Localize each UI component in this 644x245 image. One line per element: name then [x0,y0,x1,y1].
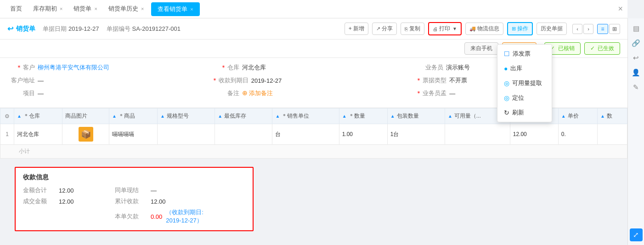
th-min-stock: ▲最低库存 [215,108,272,124]
refresh-icon: ↻ [504,109,509,116]
customer-value[interactable]: 柳州粤港平安气体有限公司 [38,63,109,72]
operation-button[interactable]: ⊞ 操作 [507,22,533,35]
window-close-button[interactable]: × [618,4,623,14]
tab-sales-order[interactable]: 销货单 × [68,0,102,18]
dropdown-locate[interactable]: ◎ 定位 [497,91,552,105]
subtotal-label: 小计 [0,145,627,159]
th-spec: ▲规格型号 [158,108,215,124]
warehouse-value: 河北仓库 [242,63,266,72]
dropdown-outbound[interactable]: ● 出库 [497,61,552,76]
close-tab-sales-order[interactable]: × [94,6,97,11]
tab-view-sales[interactable]: 查看销货单 × [151,2,199,16]
new-button[interactable]: + 新增 [345,23,368,35]
cumulative-receipt-row: 累计收款 12.00 [115,197,207,205]
row-image: 📦 [62,124,109,145]
address-value: — [38,77,44,84]
same-order-row: 同单现结 — [115,186,207,194]
summary-area: 收款信息 金额合计 12.00 同单现结 — 成交金额 12.00 累计收款 1… [0,159,627,239]
row-num: 1 [0,124,14,145]
view-toggle: ≡ ⊞ [597,24,620,34]
row-qty: 1.00 [339,124,387,145]
copy-button[interactable]: ⎘ 复制 [401,23,424,35]
nav-arrows: ‹ › [572,24,593,34]
summary-title: 收款信息 [23,173,245,182]
th-unit: ▲＊销售单位 [272,108,339,124]
sidebar-icon-user[interactable]: 👤 [630,66,643,79]
doc-actions: + 新增 ↗ 分享 ⎘ 复制 🖨 打印 ▼ 🚚 物流信息 ⊞ 操作 [345,22,620,35]
doc-date-meta: 单据日期 2019-12-27 [43,25,99,33]
history-button[interactable]: 历史单据 [537,23,567,35]
th-warehouse: ▲＊仓库 [14,108,62,124]
th-product: ▲＊商品 [109,108,158,124]
sidebar-icon-return[interactable]: ↩ [630,51,643,64]
locate-icon: ◎ [504,94,509,102]
customer-field: ＊客户 柳州粤港平安气体有限公司 [7,63,212,72]
close-tab-sales-history[interactable]: × [141,6,144,11]
add-note-button[interactable]: ⊕ 添加备注 [242,89,273,97]
share-button[interactable]: ↗ 分享 [372,23,397,35]
close-tab-view-sales[interactable]: × [190,6,193,12]
order-balance-value: 0.00 [151,213,162,220]
subtotal-row: 小计 [0,145,627,159]
row-unit-price: 0. [558,124,597,145]
doc-header: ↩ 销货单 单据日期 2019-12-27 单据编号 SA-20191227-0… [0,18,627,40]
right-sidebar: ▤ 🔗 ↩ 👤 ✎ ⤢ [627,18,644,239]
staff-value: 演示账号 [446,63,470,72]
th-qty: ▲＊数量 [339,108,387,124]
row-warehouse: 河北仓库 [14,124,62,145]
transaction-amount-value: 12.00 [59,198,74,205]
th-settings: ⚙ [0,108,14,124]
available-qty-icon: ◎ [504,80,509,87]
th-image: 商品图片 [62,108,109,124]
doc-title: ↩ 销货单 [7,24,35,33]
row-available [445,124,510,145]
same-order-value: — [151,187,157,194]
sidebar-icon-link[interactable]: 🔗 [630,37,643,50]
dropdown-available-qty[interactable]: ◎ 可用量提取 [497,76,552,91]
tab-home[interactable]: 首页 [5,0,28,18]
transaction-amount-row: 成交金额 12.00 [23,197,115,205]
row-current-stock: 12.00 [510,124,558,145]
row-product: 嗝嗝嗝嗝 [109,124,158,145]
row-spec [158,124,215,145]
row-unit: 台 [272,124,339,145]
amount-total-value: 12.00 [59,187,74,194]
tab-inventory-init[interactable]: 库存期初 × [28,0,68,18]
list-view-button[interactable]: ≡ [597,24,608,34]
sidebar-icon-expand[interactable]: ⤢ [630,228,643,239]
add-invoice-icon: ☐ [504,50,510,57]
tab-sales-history[interactable]: 销货单历史 × [103,0,149,18]
project-value: — [38,90,44,97]
project-field: 项目 — [7,89,212,97]
order-balance-row: 本单欠款 0.00 （收款到期日: 2019-12-27） [115,208,207,225]
payment-date-field: ＊收款到期日 2019-12-27 [212,76,416,85]
logistics-button[interactable]: 🚚 物流信息 [465,23,503,35]
address-field: 客户地址 — [7,76,212,85]
sidebar-icon-1[interactable]: ▤ [630,22,643,35]
outbound-icon: ● [504,65,508,72]
grid-view-button[interactable]: ⊞ [609,24,620,34]
row-pack-qty: 1台 [387,124,445,145]
operation-dropdown: ☐ 添发票 ● 出库 ◎ 可用量提取 ◎ 定位 ↻ 刷新 [497,44,552,122]
amount-total-row: 金额合计 12.00 [23,186,115,194]
dropdown-refresh[interactable]: ↻ 刷新 [497,105,552,120]
summary-grid: 金额合计 12.00 同单现结 — 成交金额 12.00 累计收款 12.00 [23,186,245,225]
th-pack-qty: ▲包装数量 [387,108,445,124]
due-date-text: （收款到期日: 2019-12-27） [166,208,207,225]
row-min-stock [215,124,272,145]
dropdown-add-invoice[interactable]: ☐ 添发票 [497,46,552,61]
print-button[interactable]: 🖨 打印 ▼ [428,22,462,35]
warehouse-field: ＊仓库 河北仓库 [212,63,416,72]
note-field: 备注 ⊕ 添加备注 [212,89,416,97]
summary-box: 收款信息 金额合计 12.00 同单现结 — 成交金额 12.00 累计收款 1… [15,167,254,231]
th-unit-price: ▲单价 [558,108,597,124]
next-record-button[interactable]: › [583,24,593,34]
from-phone-button[interactable]: 来自手机 [464,42,498,55]
prev-record-button[interactable]: ‹ [572,24,582,34]
table-row: 1 河北仓库 📦 嗝嗝嗝嗝 台 1.00 1台 12.00 0. [0,124,627,145]
row-amount [597,124,627,145]
effective-button[interactable]: ✓ 已生效 [584,42,620,55]
close-tab-inventory-init[interactable]: × [60,6,62,11]
sales-staff-value: — [449,90,455,97]
sidebar-icon-edit[interactable]: ✎ [630,81,643,94]
